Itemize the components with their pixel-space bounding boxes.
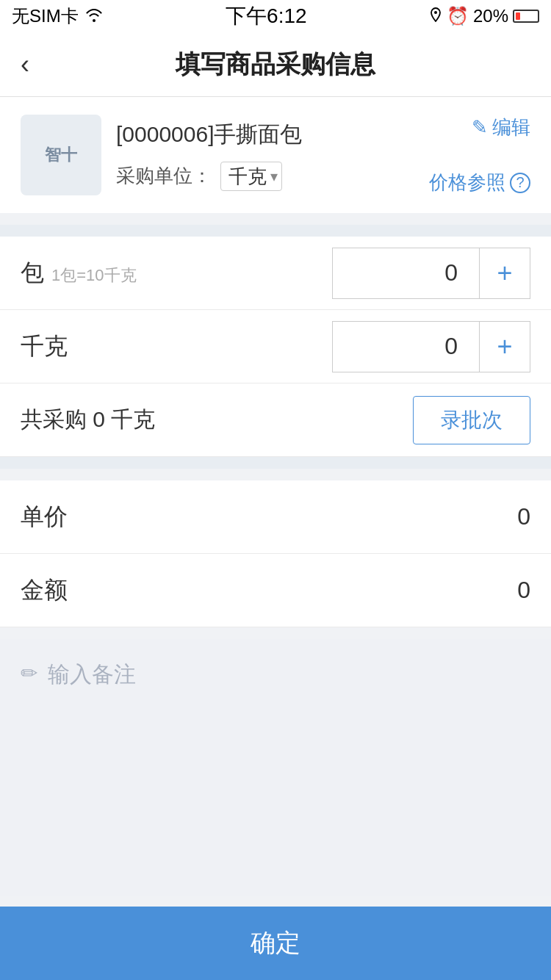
amount-value: 0 [517, 577, 530, 604]
bag-input-area: + [332, 248, 530, 299]
edit-icon: ✎ [472, 116, 488, 139]
bag-plus-button[interactable]: + [479, 248, 530, 299]
product-image: 智十 [21, 115, 101, 195]
kg-input-area: + [332, 321, 530, 372]
price-ref-button[interactable]: 价格参照 ? [429, 170, 530, 195]
status-left: 无SIM卡 [12, 4, 104, 28]
battery-icon [513, 10, 539, 23]
unit-price-value: 0 [517, 503, 530, 530]
kg-label: 千克 [21, 331, 332, 363]
location-icon [429, 6, 442, 26]
unit-price-label: 单价 [21, 501, 517, 533]
svg-point-0 [434, 11, 437, 14]
kg-plus-button[interactable]: + [479, 321, 530, 372]
amount-label: 金额 [21, 574, 517, 607]
confirm-button[interactable]: 确定 [0, 907, 551, 980]
notes-icon: ✏ [21, 661, 37, 685]
info-icon: ? [510, 173, 530, 193]
bag-number-input[interactable] [332, 248, 479, 299]
battery-percent: 20% [473, 6, 508, 26]
carrier-text: 无SIM卡 [12, 4, 79, 28]
record-batch-button[interactable]: 录批次 [413, 396, 530, 444]
amount-row: 金额 0 [0, 554, 551, 627]
nav-bar: ‹ 填写商品采购信息 [0, 32, 551, 97]
total-label: 共采购 0 千克 [21, 405, 413, 435]
unit-select[interactable]: 千克 [220, 162, 282, 191]
input-section: 包 1包=10千克 + 千克 + [0, 237, 551, 383]
notes-section[interactable]: ✏ 输入备注 [0, 639, 551, 713]
price-section: 单价 0 金额 0 [0, 480, 551, 627]
unit-price-row: 单价 0 [0, 480, 551, 554]
bag-input-row: 包 1包=10千克 + [0, 237, 551, 310]
kg-input-row: 千克 + [0, 310, 551, 383]
unit-select-wrap[interactable]: 千克 [220, 162, 282, 191]
product-name: [0000006]手撕面包 [116, 120, 530, 150]
total-row: 共采购 0 千克 录批次 [0, 383, 551, 457]
status-right: ⏰ 20% [429, 6, 539, 26]
status-time: 下午6:12 [226, 2, 307, 30]
back-button[interactable]: ‹ [21, 49, 29, 80]
bag-sub-label: 1包=10千克 [51, 264, 137, 287]
wifi-icon [84, 6, 104, 26]
product-card: 智十 [0000006]手撕面包 采购单位： 千克 ✎ 编辑 价格参照 ? [0, 97, 551, 213]
section-divider-2 [0, 457, 551, 469]
alarm-icon: ⏰ [447, 6, 469, 26]
status-bar: 无SIM卡 下午6:12 ⏰ 20% [0, 0, 551, 32]
kg-number-input[interactable] [332, 321, 479, 372]
section-divider-1 [0, 225, 551, 237]
edit-button[interactable]: ✎ 编辑 [472, 115, 530, 140]
page-title: 填写商品采购信息 [176, 48, 375, 82]
total-amount: 0 [93, 407, 111, 431]
unit-label: 采购单位： [116, 163, 212, 189]
notes-input[interactable]: 输入备注 [48, 660, 136, 690]
bag-label: 包 1包=10千克 [21, 257, 332, 289]
bottom-space [0, 713, 551, 896]
